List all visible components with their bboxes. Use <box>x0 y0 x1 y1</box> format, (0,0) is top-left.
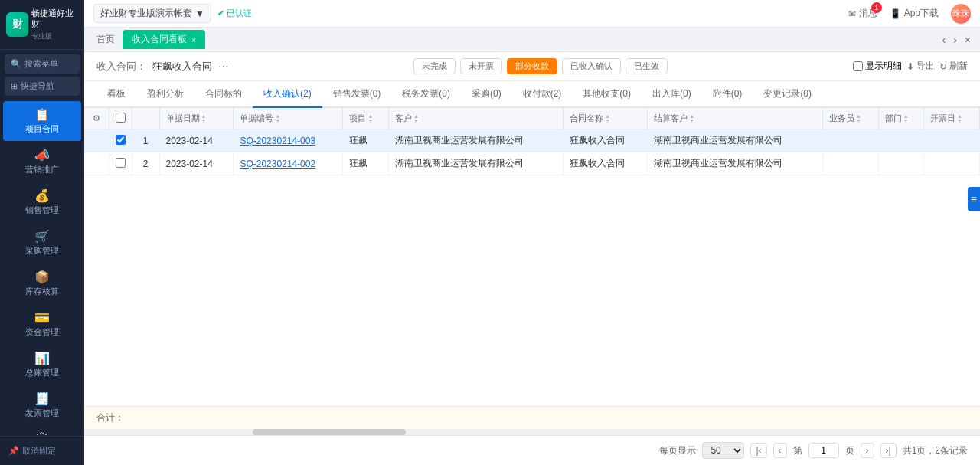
contract-more-button[interactable]: ··· <box>218 60 228 74</box>
search-icon: 🔍 <box>11 59 21 69</box>
company-name: 好业财专业版演示帐套 <box>100 7 192 20</box>
tab-warehouse[interactable]: 出入库(0) <box>642 81 702 108</box>
status-effective[interactable]: 已生效 <box>626 58 668 74</box>
show-detail-checkbox[interactable]: 显示明细 <box>853 60 902 73</box>
status-income-confirmed[interactable]: 已收入确认 <box>562 58 621 74</box>
last-page-button[interactable]: ›| <box>880 443 897 458</box>
side-panel-icon[interactable]: ≡ <box>968 187 980 211</box>
scrollbar-thumb[interactable] <box>253 429 406 435</box>
page-number-input[interactable] <box>808 443 839 458</box>
sidebar-item-general[interactable]: 📊 总账管理 <box>3 345 81 385</box>
sort-arrows-settle: ▲▼ <box>689 114 694 123</box>
row1-customer: 湖南卫视商业运营发展有限公司 <box>388 129 564 152</box>
sidebar-item-sales[interactable]: 💰 销售管理 <box>3 182 81 222</box>
sidebar-item-project[interactable]: 📋 项目合同 <box>3 101 81 141</box>
row2-doc-no[interactable]: SQ-20230214-002 <box>234 152 343 175</box>
per-page-select[interactable]: 50 100 200 <box>702 442 744 459</box>
tab-other-income[interactable]: 其他收支(0) <box>572 81 642 108</box>
th-customer[interactable]: 客户 ▲▼ <box>388 108 564 129</box>
tab-prev-button[interactable]: ‹ <box>939 32 949 47</box>
per-page-label: 每页显示 <box>659 444 696 457</box>
unpin-button[interactable]: 📌 取消固定 <box>5 441 80 460</box>
sidebar-item-purchase[interactable]: 🛒 采购管理 <box>3 223 81 263</box>
sort-arrows-dept: ▲▼ <box>903 114 909 123</box>
th-project[interactable]: 项目 ▲▼ <box>343 108 388 129</box>
row2-customer: 湖南卫视商业运营发展有限公司 <box>388 152 564 175</box>
sidebar-item-invoice[interactable]: 🧾 发票管理 <box>3 385 81 425</box>
message-icon: ✉ <box>848 8 856 19</box>
quick-nav-button[interactable]: ⊞ 快捷导航 <box>5 77 80 96</box>
sidebar-item-capital[interactable]: 💳 资金管理 <box>3 304 81 344</box>
tab-payment[interactable]: 收付款(2) <box>512 81 573 108</box>
content-area: 收入合同： 狂飙收入合同 ··· 未完成 未开票 部分收款 已收入确认 已生效 … <box>84 52 980 465</box>
tab-tax-invoice[interactable]: 税务发票(0) <box>391 81 461 108</box>
row2-contract-name: 狂飙收入合同 <box>564 152 648 175</box>
sidebar-item-marketing[interactable]: 📣 营销推广 <box>3 142 81 182</box>
th-doc-no[interactable]: 单据编号 ▲▼ <box>234 108 343 129</box>
first-page-button[interactable]: |‹ <box>750 443 766 458</box>
user-avatar[interactable]: 珠珠 <box>951 4 971 24</box>
tab-bar: 首页 收入合同看板 × ‹ › × <box>84 28 980 52</box>
tab-next-button[interactable]: › <box>950 32 960 47</box>
company-selector[interactable]: 好业财专业版演示帐套 ▼ <box>93 4 211 23</box>
row2-settle-customer: 湖南卫视商业运营发展有限公司 <box>648 152 823 175</box>
tab-change-log[interactable]: 变更记录(0) <box>753 81 822 108</box>
th-open-date[interactable]: 开票日 ▲▼ <box>924 108 980 129</box>
messages-button[interactable]: ✉ 消息 1 <box>848 7 877 20</box>
status-uninvoiced[interactable]: 未开票 <box>460 58 502 74</box>
tab-profit[interactable]: 盈利分析 <box>136 81 194 108</box>
table-row[interactable]: 2 2023-02-14 SQ-20230214-002 狂飙 湖南卫视商业运营… <box>84 152 980 175</box>
horizontal-scrollbar[interactable] <box>84 429 980 435</box>
invoice-icon: 🧾 <box>34 391 50 406</box>
refresh-icon: ↻ <box>939 61 947 72</box>
app-download-button[interactable]: 📱 App下载 <box>890 7 939 20</box>
unpin-icon: 📌 <box>8 446 19 456</box>
general-icon: 📊 <box>34 351 50 365</box>
th-settle-customer[interactable]: 结算客户 ▲▼ <box>648 108 823 129</box>
prev-page-button[interactable]: ‹ <box>773 443 787 458</box>
row1-checkbox[interactable] <box>109 129 132 152</box>
row2-seq: 2 <box>132 152 159 175</box>
row2-check-input[interactable] <box>116 158 126 168</box>
th-department[interactable]: 部门 ▲▼ <box>878 108 923 129</box>
table-row[interactable]: 1 2023-02-14 SQ-20230214-003 狂飙 湖南卫视商业运营… <box>84 129 980 152</box>
inventory-icon: 📦 <box>34 270 50 284</box>
summary-label: 合计： <box>96 411 124 424</box>
tab-purchase[interactable]: 采购(0) <box>461 81 512 108</box>
tab-close-icon[interactable]: × <box>191 35 196 44</box>
row2-department <box>878 152 923 175</box>
export-icon: ⬇ <box>906 61 914 72</box>
sidebar-item-inventory[interactable]: 📦 库存核算 <box>3 264 81 303</box>
active-tab[interactable]: 收入合同看板 × <box>122 30 205 49</box>
settings-icon[interactable]: ⚙ <box>93 113 100 123</box>
sort-arrows-opendate: ▲▼ <box>957 114 962 123</box>
th-contract-name[interactable]: 合同名称 ▲▼ <box>564 108 648 129</box>
th-date[interactable]: 单据日期 ▲▼ <box>159 108 234 129</box>
sub-tabs: 看板 盈利分析 合同标的 收入确认(2) 销售发票(0) 税务发票(0) 采购(… <box>84 81 980 108</box>
tab-sales-invoice[interactable]: 销售发票(0) <box>322 81 392 108</box>
th-settings: ⚙ <box>84 108 109 129</box>
select-all-checkbox[interactable] <box>116 113 126 123</box>
status-incomplete[interactable]: 未完成 <box>413 58 456 74</box>
search-menu-button[interactable]: 🔍 搜索菜单 <box>5 54 80 74</box>
sidebar-item-tax[interactable]: 🏛 税务管理 <box>3 426 81 436</box>
sidebar: 财 畅捷通好业财 专业版 🔍 搜索菜单 ⊞ 快捷导航 📋 项目合同 📣 营销推广… <box>0 0 84 465</box>
status-partial-payment[interactable]: 部分收款 <box>507 58 557 74</box>
tab-attachments[interactable]: 附件(0) <box>702 81 753 108</box>
row1-check-input[interactable] <box>116 135 126 145</box>
tab-standard[interactable]: 合同标的 <box>194 81 253 108</box>
row1-doc-no[interactable]: SQ-20230214-003 <box>234 129 343 152</box>
tab-income-confirm[interactable]: 收入确认(2) <box>253 81 322 108</box>
export-button[interactable]: ⬇ 导出 <box>906 60 935 73</box>
next-page-button[interactable]: › <box>861 443 874 458</box>
tab-close-all-button[interactable]: × <box>962 32 974 47</box>
show-detail-input[interactable] <box>853 61 863 71</box>
breadcrumb-home[interactable]: 首页 <box>90 33 121 46</box>
row2-checkbox[interactable] <box>109 152 132 175</box>
panel-chevron-icon: ≡ <box>971 193 977 205</box>
th-salesman[interactable]: 业务员 ▲▼ <box>823 108 879 129</box>
avatar-image: 珠珠 <box>951 4 971 24</box>
tab-dashboard[interactable]: 看板 <box>96 81 136 108</box>
refresh-button[interactable]: ↻ 刷新 <box>939 60 968 73</box>
sort-arrows-date: ▲▼ <box>201 114 207 123</box>
